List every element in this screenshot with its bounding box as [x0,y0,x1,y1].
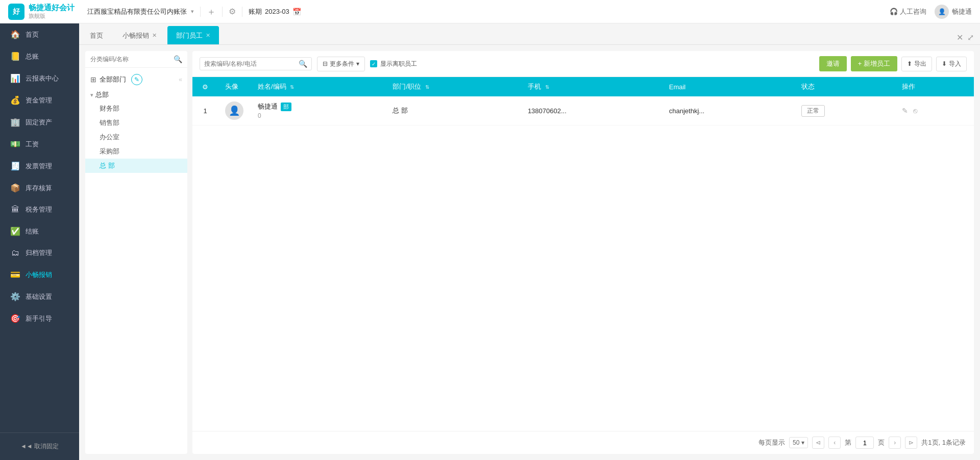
sidebar-item-inventory[interactable]: 📦 库存核算 [0,177,79,199]
page-next-button[interactable]: › [889,437,901,449]
tab-xiaochang[interactable]: 小畅报销 ✕ [114,26,165,44]
service-button[interactable]: 🎧 人工咨询 [890,7,926,16]
page-input[interactable] [855,437,874,449]
per-page-select[interactable]: 50 ▾ [789,437,808,448]
show-resigned-checkbox[interactable]: ✓ [370,60,377,67]
cell-mobile: 138070602... [521,96,662,125]
sidebar-item-guide[interactable]: 🎯 新手引导 [0,308,79,329]
sidebar-label-salary: 工资 [26,140,39,149]
cell-name: 畅捷通 部 0 [251,96,385,125]
logout-icon[interactable]: ⎋ [913,107,917,115]
cancel-fixed-label: ◄◄ 取消固定 [20,442,59,451]
cell-email: chanjethkj... [662,96,794,125]
sidebar-item-assets-mgmt[interactable]: 💰 资金管理 [0,89,79,111]
sort-name-icon: ⇅ [290,84,294,90]
filter-arrow-icon: ▾ [356,60,359,67]
assets-mgmt-icon: 💰 [10,95,20,105]
add-employee-button[interactable]: + 新增员工 [851,56,897,71]
logo-icon: 好 [8,4,24,20]
dept-child-sales-label: 销售部 [100,119,119,126]
tab-close-all-icon[interactable]: ✕ [957,33,963,42]
per-page-label: 每页显示 [758,438,785,447]
sidebar-item-reports[interactable]: 📊 云报表中心 [0,67,79,89]
dept-child-office[interactable]: 办公室 [85,130,187,144]
all-dept-item[interactable]: ⊞ 全部部门 ✎ « [85,71,187,88]
dept-search-icon[interactable]: 🔍 [174,55,182,63]
sidebar-item-archive[interactable]: 🗂 归档管理 [0,242,79,264]
sidebar-item-home[interactable]: 🏠 首页 [0,23,79,45]
tab-department[interactable]: 部门员工 ✕ [167,26,219,44]
sidebar-label-assets-mgmt: 资金管理 [26,96,52,105]
page-first-button[interactable]: ⊲ [812,437,824,449]
add-company-button[interactable]: ＋ [207,6,216,18]
headset-icon: 🎧 [890,8,898,15]
tab-department-close-icon[interactable]: ✕ [206,32,210,39]
sidebar-label-home: 首页 [26,30,39,39]
company-dropdown-icon[interactable]: ▾ [191,8,194,15]
page-prev-button[interactable]: ‹ [828,437,841,449]
sidebar-item-tax[interactable]: 🏛 税务管理 [0,199,79,220]
sidebar-item-salary[interactable]: 💵 工资 [0,133,79,155]
tab-xiaochang-close-icon[interactable]: ✕ [152,32,157,39]
collapse-icon[interactable]: « [179,76,182,83]
col-name[interactable]: 姓名/编码 ⇅ [251,77,385,96]
export-label: 导出 [914,60,926,68]
dept-child-sales[interactable]: 销售部 [85,116,187,130]
header-sep-2 [222,7,223,17]
sidebar-item-invoice[interactable]: 🧾 发票管理 [0,155,79,177]
table-header-row: ⚙ 头像 姓名/编码 ⇅ 部门/职位 ⇅ 手机 ⇅ Email 状态 操作 [192,77,974,96]
tax-icon: 🏛 [10,205,20,214]
edition-label: 旗舰版 [29,12,75,20]
dept-edit-button[interactable]: ✎ [131,74,142,85]
header-sep-3 [242,7,242,17]
basic-settings-icon: ⚙️ [10,292,20,301]
tab-expand-icon[interactable]: ⤢ [967,33,974,42]
guide-icon: 🎯 [10,314,20,323]
sidebar-item-fixed-assets[interactable]: 🏢 固定资产 [0,111,79,133]
calendar-icon[interactable]: 📅 [292,8,301,16]
sidebar-item-basic-settings[interactable]: ⚙️ 基础设置 [0,286,79,308]
sidebar-item-ledger[interactable]: 📒 总账 [0,45,79,67]
table-row: 1 👤 畅捷通 部 0 [192,96,974,125]
tab-home[interactable]: 首页 [81,26,112,44]
dept-parent-general[interactable]: ▾ 总部 [85,88,187,101]
col-dept[interactable]: 部门/职位 ⇅ [385,77,520,96]
col-mobile[interactable]: 手机 ⇅ [521,77,662,96]
export-button[interactable]: ⬆ 导出 [901,57,932,71]
period-value: 2023-03 [265,8,289,15]
employee-avatar: 👤 [225,101,243,120]
tab-xiaochang-label: 小畅报销 [122,31,149,40]
cell-action: ✎ ⎋ [895,96,974,125]
sidebar-item-xiaochang[interactable]: 💳 小畅报销 [0,264,79,286]
status-badge: 正常 [801,105,825,117]
action-buttons: ✎ ⎋ [902,107,967,115]
page-suffix: 页 [878,438,885,447]
show-resigned-toggle[interactable]: ✓ 显示离职员工 [370,60,417,68]
dept-child-finance[interactable]: 财务部 [85,101,187,116]
company-name: 江西服宝精品有限责任公司内账张 [87,7,187,16]
settings-icon[interactable]: ⚙ [229,7,236,16]
employee-search-input[interactable] [204,60,296,67]
cell-num: 1 [192,96,218,125]
user-area[interactable]: 👤 畅捷通 [935,5,972,19]
sidebar-label-invoice: 发票管理 [26,162,52,171]
app-name: 畅捷通好会计 [29,3,75,12]
employee-search-icon[interactable]: 🔍 [299,60,307,68]
username: 畅捷通 [952,7,972,16]
per-page-value: 50 [793,439,799,446]
dept-child-purchase[interactable]: 采购部 [85,144,187,159]
tab-department-label: 部门员工 [176,31,203,40]
filter-button[interactable]: ⊟ 更多条件 ▾ [317,57,365,71]
invite-button[interactable]: 邀请 [819,56,847,71]
import-button[interactable]: ⬇ 导入 [936,57,967,71]
dept-child-general-sub[interactable]: 总 部 [85,159,187,173]
cell-status: 正常 [794,96,895,125]
col-settings[interactable]: ⚙ [192,77,218,96]
cancel-fixed-button[interactable]: ◄◄ 取消固定 [0,438,79,455]
sidebar-label-xiaochang: 小畅报销 [26,270,52,279]
dept-search-input[interactable] [90,56,170,63]
page-content: 🔍 ⊞ 全部部门 ✎ « ▾ 总部 财务部 [79,45,980,460]
sidebar-item-checkout[interactable]: ✅ 结账 [0,220,79,242]
page-last-button[interactable]: ⊳ [905,437,917,449]
edit-icon[interactable]: ✎ [902,107,908,115]
